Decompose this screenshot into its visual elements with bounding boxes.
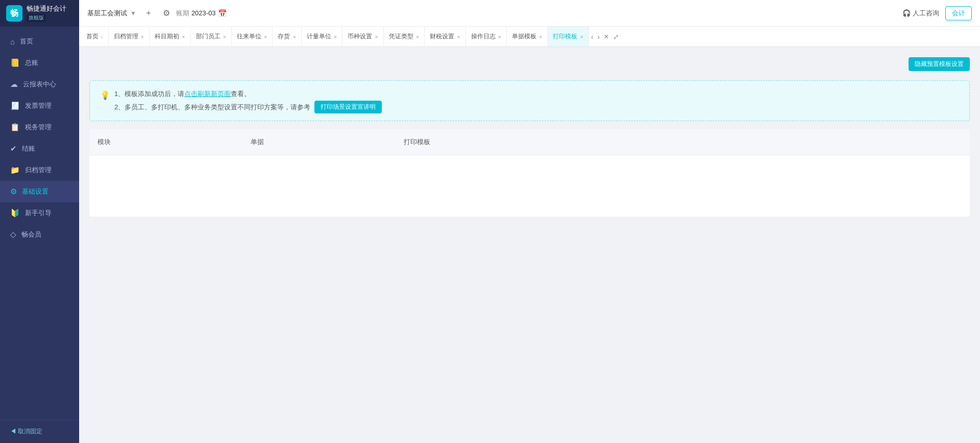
sidebar-item-tax[interactable]: 📋 税务管理 (0, 116, 79, 138)
tab-voucher-close[interactable]: × (416, 34, 419, 40)
sidebar-label-guide: 新手引导 (25, 208, 52, 218)
tab-prev-button[interactable]: ‹ (589, 33, 596, 41)
tab-subject-label: 科目期初 (155, 32, 179, 41)
sidebar-label-member: 畅会员 (21, 230, 41, 239)
dropdown-arrow-icon: ▼ (130, 10, 136, 17)
tab-unit-close[interactable]: × (334, 34, 337, 40)
tab-archive-label: 归档管理 (114, 32, 138, 41)
service-label: 人工咨询 (913, 9, 939, 18)
tab-inventory[interactable]: 存货 × (273, 27, 301, 47)
period-label: 账期 (176, 9, 189, 18)
sidebar-label-tax: 税务管理 (25, 123, 52, 132)
tab-dept-close[interactable]: × (223, 34, 226, 40)
unpin-label: ◀ 取消固定 (10, 427, 42, 436)
tab-dept-label: 部门员工 (196, 32, 220, 41)
tab-print[interactable]: 打印模板 × (548, 27, 589, 47)
tab-taxset-close[interactable]: × (457, 34, 460, 40)
tab-close-all-button[interactable]: × (602, 32, 610, 41)
project-selector[interactable]: 基层工会测试 ▼ (87, 9, 136, 18)
service-button[interactable]: 🎧 人工咨询 (902, 9, 939, 18)
sidebar-label-checkout: 结账 (22, 144, 35, 153)
sidebar-unpin-btn[interactable]: ◀ 取消固定 (0, 419, 79, 443)
tab-vendor[interactable]: 往来单位 × (232, 27, 273, 47)
sidebar-item-member[interactable]: ◇ 畅会员 (0, 224, 79, 245)
tab-receipt-label: 单据模板 (512, 32, 536, 41)
hide-template-button[interactable]: 隐藏预置模板设置 (909, 57, 970, 71)
period-value: 2023-03 (191, 9, 216, 17)
topbar-actions: ＋ ⚙ (142, 6, 172, 20)
tab-print-close[interactable]: × (580, 34, 583, 40)
tab-voucher[interactable]: 凭证类型 × (384, 27, 425, 47)
tab-home-label: 首页 (86, 32, 99, 41)
notice-line1-prefix: 1、模板添加成功后，请 (114, 90, 184, 98)
add-tab-button[interactable]: ＋ (142, 6, 155, 20)
tab-subject[interactable]: 科目期初 × (150, 27, 190, 47)
tab-voucher-label: 凭证类型 (389, 32, 413, 41)
lightbulb-icon: 💡 (100, 88, 110, 103)
member-icon: ◇ (10, 230, 16, 239)
sidebar-item-ledger[interactable]: 📒 总账 (0, 52, 79, 74)
tab-unit[interactable]: 计量单位 × (302, 27, 342, 47)
tab-home[interactable]: 首页 ‹ (81, 27, 109, 47)
project-name: 基层工会测试 (87, 9, 127, 18)
tab-archive[interactable]: 归档管理 × (109, 27, 150, 47)
tab-vendor-label: 往来单位 (237, 32, 261, 41)
tab-subject-close[interactable]: × (182, 34, 185, 40)
tab-oplog[interactable]: 操作日志 × (466, 27, 507, 47)
page-content: 隐藏预置模板设置 💡 1、模板添加成功后，请点击刷新新页面查看。 2、多员工、多… (79, 47, 980, 443)
checkout-icon: ✔ (10, 144, 17, 153)
sidebar: 畅 畅捷通好会计 旗舰版 ⌂ 首页 📒 总账 ☁ 云报表中心 🧾 发票管理 📋 … (0, 0, 79, 443)
th-print-template: 打印模板 (396, 134, 970, 150)
tab-inventory-label: 存货 (278, 32, 290, 41)
guide-icon: 🔰 (10, 208, 20, 218)
notice-line2-prefix: 2、多员工、多打印机、多种业务类型设置不同打印方案等，请参考 (114, 101, 310, 113)
tab-receipt[interactable]: 单据模板 × (507, 27, 548, 47)
tab-currency[interactable]: 币种设置 × (342, 27, 383, 47)
sidebar-item-settings[interactable]: ⚙ 基础设置 (0, 181, 79, 202)
ledger-icon: 📒 (10, 58, 20, 67)
tab-taxset[interactable]: 财税设置 × (425, 27, 465, 47)
sidebar-item-home[interactable]: ⌂ 首页 (0, 31, 79, 52)
account-button[interactable]: 会计 (945, 6, 972, 20)
print-template-table: 模块 单据 打印模板 (89, 129, 970, 217)
tab-currency-label: 币种设置 (348, 32, 372, 41)
sidebar-label-invoice: 发票管理 (25, 101, 52, 110)
sidebar-label-ledger: 总账 (25, 58, 38, 67)
settings-gear-button[interactable]: ⚙ (161, 6, 172, 20)
tab-oplog-close[interactable]: × (498, 34, 501, 40)
tab-expand-button[interactable]: ⤢ (611, 33, 621, 41)
sidebar-item-archive[interactable]: 📁 归档管理 (0, 159, 79, 181)
topbar-right: 🎧 人工咨询 会计 (902, 6, 972, 20)
home-icon: ⌂ (10, 37, 15, 46)
logo-text-block: 畅捷通好会计 旗舰版 (27, 5, 66, 22)
headset-icon: 🎧 (902, 9, 911, 17)
tab-next-button[interactable]: › (596, 33, 602, 41)
sidebar-item-guide[interactable]: 🔰 新手引导 (0, 202, 79, 224)
sidebar-item-invoice[interactable]: 🧾 发票管理 (0, 95, 79, 116)
hide-template-label: 隐藏预置模板设置 (915, 60, 964, 67)
print-scene-button[interactable]: 打印场景设置宣讲明 (314, 101, 382, 113)
tab-taxset-label: 财税设置 (430, 32, 454, 41)
sidebar-label-home: 首页 (20, 37, 33, 46)
th-module: 模块 (89, 134, 242, 150)
logo-name: 畅捷通好会计 (27, 5, 66, 13)
tab-dept[interactable]: 部门员工 × (191, 27, 232, 47)
notice-refresh-link[interactable]: 点击刷新新页面 (184, 90, 231, 98)
sidebar-label-reports: 云报表中心 (23, 80, 56, 89)
topbar: 基层工会测试 ▼ ＋ ⚙ 账期 2023-03 📅 🎧 人工咨询 会计 (79, 0, 980, 27)
tax-icon: 📋 (10, 123, 20, 132)
tab-receipt-close[interactable]: × (539, 34, 542, 40)
invoice-icon: 🧾 (10, 101, 20, 110)
tab-archive-close[interactable]: × (141, 34, 144, 40)
tab-inventory-close[interactable]: × (292, 34, 296, 40)
tab-vendor-close[interactable]: × (264, 34, 267, 40)
sidebar-item-reports[interactable]: ☁ 云报表中心 (0, 74, 79, 95)
settings-icon: ⚙ (10, 187, 17, 196)
top-action-bar: 隐藏预置模板设置 (89, 57, 970, 76)
calendar-icon: 📅 (218, 9, 227, 17)
notice-text: 1、模板添加成功后，请点击刷新新页面查看。 2、多员工、多打印机、多种业务类型设… (114, 88, 959, 113)
tab-currency-close[interactable]: × (375, 34, 378, 40)
sidebar-item-checkout[interactable]: ✔ 结账 (0, 138, 79, 159)
period-selector[interactable]: 账期 2023-03 📅 (176, 9, 227, 18)
notice-row: 💡 1、模板添加成功后，请点击刷新新页面查看。 2、多员工、多打印机、多种业务类… (100, 88, 959, 113)
